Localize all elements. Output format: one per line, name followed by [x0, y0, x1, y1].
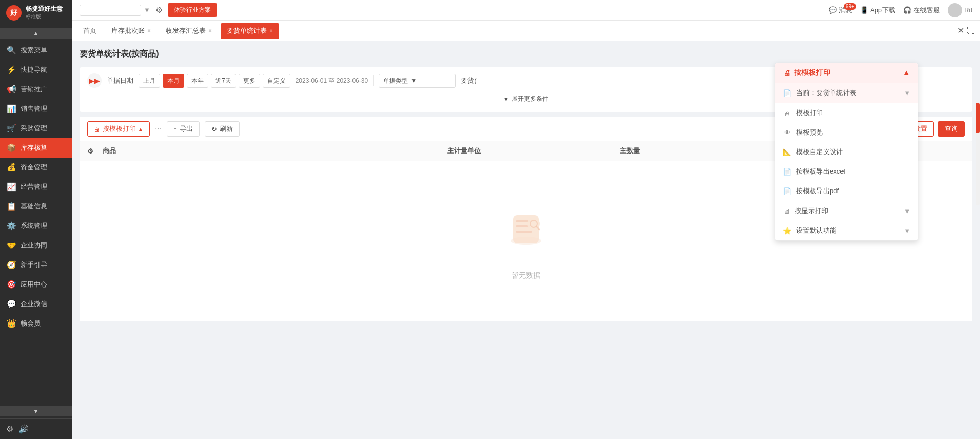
set-default-left: ⭐ 设置默认功能 [783, 226, 836, 235]
app-container: 好 畅捷通好生意 标准版 ▲ 🔍 搜索菜单 ⚡ 快捷导航 📢 营销推广 [0, 0, 980, 439]
dropdown-item-export-pdf[interactable]: 📄 按模板导出pdf [775, 181, 918, 201]
sidebar-scroll-down[interactable]: ▼ [0, 406, 72, 416]
column-settings-icon[interactable]: ⚙ [87, 147, 93, 155]
guide-icon: 🧭 [6, 260, 16, 270]
refresh-button[interactable]: ↻ 刷新 [205, 121, 240, 137]
sidebar-item-finance[interactable]: 💰 资金管理 [0, 158, 72, 177]
window-buttons: ✕ ⛶ [957, 26, 975, 35]
empty-text: 暂无数据 [512, 271, 540, 280]
operation-icon: 📈 [6, 182, 16, 192]
audio-button[interactable]: 🔊 [18, 424, 29, 434]
inventory-icon: 📦 [6, 143, 16, 152]
sidebar-item-operation[interactable]: 📈 经营管理 [0, 177, 72, 197]
more-icon[interactable]: ··· [155, 124, 162, 133]
online-service-label: 在线客服 [913, 6, 940, 15]
export-icon: ↑ [173, 125, 177, 133]
sidebar-item-purchase[interactable]: 🛒 采购管理 [0, 119, 72, 138]
dropdown-current-template[interactable]: 📄 当前：要货单统计表 ▼ [775, 83, 918, 103]
date-btn-7days[interactable]: 近7天 [211, 74, 236, 88]
sidebar-item-marketing[interactable]: 📢 营销推广 [0, 80, 72, 99]
expand-icon: ▼ [503, 96, 509, 103]
online-service-item[interactable]: 🎧 在线客服 [903, 6, 940, 15]
tab-home[interactable]: 首页 [77, 23, 103, 39]
template-print-icon: 🖨 [783, 109, 791, 117]
sidebar-item-inventory[interactable]: 📦 库存核算 [0, 138, 72, 158]
right-scrollbar[interactable] [976, 103, 980, 205]
date-btn-more[interactable]: 更多 [239, 74, 260, 88]
sidebar-nav: 🔍 搜索菜单 ⚡ 快捷导航 📢 营销推广 📊 销售管理 🛒 采购管理 📦 [0, 41, 72, 404]
sidebar-item-member[interactable]: 👑 畅会员 [0, 314, 72, 333]
template-preview-label: 模板预览 [796, 128, 823, 137]
dropdown-header: 🖨 按模板打印 ▲ [775, 63, 918, 83]
dropdown-item-template-print[interactable]: 🖨 模板打印 [775, 103, 918, 123]
tab-batch-account-close[interactable]: × [147, 27, 151, 34]
th-settings: ⚙ [87, 147, 103, 155]
tab-batch-account[interactable]: 库存批次账 × [105, 23, 157, 39]
settings-button[interactable]: ⚙ [6, 424, 13, 434]
appstore-icon: 🎯 [6, 280, 16, 289]
dropdown-item-export-excel[interactable]: 📄 按模板导出excel [775, 162, 918, 181]
sidebar-item-sales[interactable]: 📊 销售管理 [0, 99, 72, 119]
trial-button[interactable]: 体验行业方案 [168, 3, 217, 17]
window-close-button[interactable]: ✕ [957, 26, 964, 35]
dropdown-item-template-preview[interactable]: 👁 模板预览 [775, 123, 918, 142]
sidebar-scroll-up[interactable]: ▲ [0, 28, 72, 39]
dropdown-display-print[interactable]: 🖥 按显示打印 ▼ [775, 201, 918, 221]
date-btn-last-month[interactable]: 上月 [139, 74, 160, 88]
sidebar-item-label: 采购管理 [21, 124, 47, 133]
tab-receipt-summary-close[interactable]: × [208, 27, 212, 34]
filter-expand-button[interactable]: ▶▶ [87, 73, 102, 88]
date-btn-custom[interactable]: 自定义 [263, 74, 290, 88]
gear-icon[interactable]: ⚙ [155, 5, 163, 15]
dropdown-close-icon[interactable]: ▲ [902, 68, 910, 78]
main-area: ▼ ⚙ 体验行业方案 💬 消息 99+ 📱 App下载 🎧 在线客服 [72, 0, 980, 439]
tab-order-stats[interactable]: 要货单统计表 × [221, 23, 279, 39]
th-qty: 主数量 [620, 146, 792, 156]
user-avatar [948, 3, 962, 17]
query-button[interactable]: 查询 [938, 121, 965, 137]
sidebar-item-label: 资金管理 [21, 163, 47, 172]
dropdown-title: 按模板打印 [794, 68, 830, 78]
sidebar-item-label: 应用中心 [21, 280, 47, 289]
dropdown-item-template-design[interactable]: 📐 模板自定义设计 [775, 142, 918, 162]
chevron-down-icon[interactable]: ▼ [144, 6, 150, 14]
empty-illustration [500, 202, 552, 254]
sidebar-item-label: 基础信息 [21, 202, 47, 211]
svg-rect-4 [516, 231, 532, 233]
print-button[interactable]: 🖨 按模板打印 ▲ [87, 121, 150, 137]
sidebar-item-search[interactable]: 🔍 搜索菜单 [0, 41, 72, 60]
sidebar-item-label: 畅会员 [21, 319, 41, 328]
headset-icon: 🎧 [903, 6, 911, 14]
app-download-item[interactable]: 📱 App下载 [860, 6, 895, 15]
export-excel-label: 按模板导出excel [796, 167, 845, 176]
sidebar-item-label: 销售管理 [21, 104, 47, 113]
content-area: 要货单统计表(按商品) ▶▶ 单据日期 上月 本月 本年 近7天 更多 自定义 … [72, 41, 980, 439]
tab-receipt-summary[interactable]: 收发存汇总表 × [160, 23, 218, 39]
dropdown-set-default[interactable]: ⭐ 设置默认功能 ▼ [775, 221, 918, 240]
top-search-input[interactable] [80, 5, 141, 16]
logo-icon: 好 [6, 5, 22, 21]
order-type-select[interactable]: 单据类型 ▼ [379, 74, 456, 88]
message-item[interactable]: 💬 消息 99+ [829, 6, 852, 15]
tab-order-stats-close[interactable]: × [269, 27, 273, 34]
scrollbar-thumb [976, 103, 980, 133]
date-btn-this-month[interactable]: 本月 [163, 74, 184, 88]
sidebar-item-enterprise[interactable]: 🤝 企业协同 [0, 236, 72, 255]
sidebar-item-basic[interactable]: 📋 基础信息 [0, 197, 72, 216]
sidebar-item-guide[interactable]: 🧭 新手引导 [0, 255, 72, 275]
window-expand-button[interactable]: ⛶ [967, 26, 975, 35]
export-button[interactable]: ↑ 导出 [167, 121, 200, 137]
date-btn-this-year[interactable]: 本年 [187, 74, 208, 88]
wechat-icon: 💬 [6, 299, 16, 309]
order-type-label: 单据类型 [383, 77, 408, 85]
user-item[interactable]: Rit [948, 3, 972, 17]
th-unit: 主计量单位 [447, 146, 620, 156]
print-dropdown-menu: 🖨 按模板打印 ▲ 📄 当前：要货单统计表 ▼ 🖨 模板打印 [775, 63, 918, 241]
member-icon: 👑 [6, 319, 16, 328]
sidebar-item-system[interactable]: ⚙️ 系统管理 [0, 216, 72, 236]
tab-receipt-summary-label: 收发存汇总表 [166, 26, 206, 35]
sidebar-item-appstore[interactable]: 🎯 应用中心 [0, 275, 72, 294]
page-title: 要货单统计表(按商品) [80, 49, 972, 60]
sidebar-item-quick-nav[interactable]: ⚡ 快捷导航 [0, 60, 72, 80]
sidebar-item-wechat[interactable]: 💬 企业微信 [0, 294, 72, 314]
